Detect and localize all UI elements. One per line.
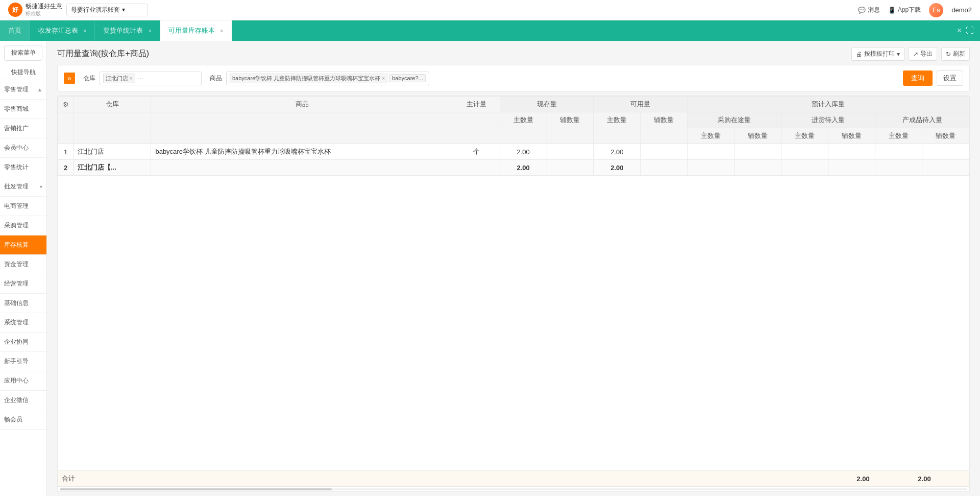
sidebar-item-vip[interactable]: 畅会员 [0,410,46,430]
sidebar-item-marketing-label: 营销推广 [4,124,29,133]
sidebar-item-purchase[interactable]: 采购管理 [0,216,46,235]
refresh-button[interactable]: ↻ 刷新 [941,47,970,61]
product-tags[interactable]: babycare学饮杯 儿童防摔防撞吸管杯重力球吸嘴杯宝宝水杯 × babyca… [226,72,429,85]
sidebar-item-system[interactable]: 系统管理 [0,313,46,333]
app-download-button[interactable]: 📱 App下载 [888,6,921,14]
product-filter: 商品 babycare学饮杯 儿童防摔防撞吸管杯重力球吸嘴杯宝宝水杯 × bab… [210,72,429,85]
more-icon: ··· [137,74,143,82]
sidebar-item-basic-info-label: 基础信息 [4,299,29,308]
sidebar-item-quick-nav[interactable]: 快捷导航 [0,65,46,80]
row1-avail-aux [641,144,688,160]
top-bar-left: 好 畅捷通好生意 标准版 母婴行业演示账套 ▾ [8,3,148,17]
expand-filter-button[interactable]: » [64,73,75,84]
sidebar-item-finance[interactable]: 资金管理 [0,255,46,274]
table-row: 1 江北门店 babycare学饮杯 儿童防摔防撞吸管杯重力球吸嘴杯宝宝水杯 个… [58,144,969,160]
col-warehouse-sub [74,112,151,128]
row2-stock-main: 2.00 [500,160,547,176]
row2-unit [453,160,500,176]
tab-inventory[interactable]: 可用量库存账本 × [160,20,232,41]
tab-inventory-close[interactable]: × [220,28,223,34]
sidebar-item-retail-mall[interactable]: 零售商城 [0,100,46,119]
tab-receipts[interactable]: 收发存汇总表 × [30,20,95,41]
tab-home[interactable]: 首页 [0,20,30,41]
col-product-header: 商品 [151,97,453,112]
sidebar-item-enterprise[interactable]: 企业协同 [0,333,46,352]
sidebar-item-app-center[interactable]: 应用中心 [0,371,46,391]
print-button[interactable]: 🖨 按模板打印 ▾ [851,47,904,61]
row1-product: babycare学饮杯 儿童防摔防撞吸管杯重力球吸嘴杯宝宝水杯 [151,144,453,160]
footer-label: 合计 [62,474,75,483]
product-tag-1-close[interactable]: × [382,76,385,81]
sidebar-item-marketing[interactable]: 营销推广 [0,119,46,138]
scrollbar-track [60,488,967,490]
page-title: 可用量查询(按仓库+商品) [57,49,149,59]
search-menu-button[interactable]: 搜索菜单 [4,45,42,61]
scrollbar-thumb[interactable] [60,488,332,490]
logo-text: 畅捷通好生意 [26,3,62,10]
tab-receipts-close[interactable]: × [83,28,86,34]
tab-receipts-label: 收发存汇总表 [38,26,78,35]
export-button[interactable]: ↗ 导出 [909,47,937,61]
col-inbound-pending-sub: 进货待入量 [781,112,875,128]
scrollbar-area[interactable] [57,487,970,492]
sidebar-item-member[interactable]: 会员中心 [0,138,46,158]
refresh-icon: ↻ [946,51,951,58]
footer-total-avail-main: 2.00 [884,475,965,483]
sidebar-item-inventory-check[interactable]: 库存核算 [0,235,46,255]
sidebar-item-operations[interactable]: 经营管理 [0,274,46,294]
row1-fin-main [875,144,922,160]
sidebar-item-wechat-label: 企业微信 [4,396,29,405]
sidebar-item-retail-mall-label: 零售商城 [4,105,29,113]
sidebar-item-basic-info[interactable]: 基础信息 [0,294,46,313]
close-window-icon[interactable]: × [957,26,962,35]
table-footer: 合计 2.00 2.00 [57,471,970,487]
col-fin-aux-sub2: 辅数量 [922,128,969,144]
warehouse-tags[interactable]: 江北门店 × ··· [100,72,202,85]
sidebar-item-wholesale[interactable]: 批发管理 ▾ [0,177,46,197]
sidebar-item-operations-label: 经营管理 [4,279,29,288]
col-avail-main-sub: 主数量 [594,112,641,128]
top-bar-right: 💬 消息 📱 App下载 Ea demo2 [858,3,972,17]
store-selector[interactable]: 母婴行业演示账套 ▾ [66,4,148,16]
row1-stock-main: 2.00 [500,144,547,160]
sidebar-item-ecommerce[interactable]: 电商管理 [0,197,46,216]
filter-actions: 查询 设置 [903,70,963,86]
sidebar-item-wechat[interactable]: 企业微信 [0,391,46,410]
setting-button[interactable]: 设置 [937,70,963,86]
col-current-stock-header: 现存量 [500,97,594,112]
sidebar-search-area: 搜索菜单 [0,41,46,65]
maximize-window-icon[interactable]: ⛶ [966,26,974,35]
page-header: 可用量查询(按仓库+商品) 🖨 按模板打印 ▾ ↗ 导出 ↻ 刷新 [47,41,980,65]
col-am-sub2 [594,128,641,144]
print-icon: 🖨 [856,51,862,58]
tab-home-label: 首页 [8,26,21,35]
avatar[interactable]: Ea [929,3,943,17]
sidebar-item-system-label: 系统管理 [4,318,29,327]
message-icon: 💬 [858,7,866,14]
inventory-table: ⚙ 仓库 商品 主计量 现存量 可用量 预计入库量 主数量 [57,96,970,471]
warehouse-tag-text: 江北门店 [106,75,128,82]
warehouse-filter: 仓库 江北门店 × ··· [83,72,202,85]
sidebar-item-retail-mgmt[interactable]: 零售管理 ▲ [0,80,46,100]
chevron-down-icon: ▾ [40,184,42,190]
row1-pur-aux [734,144,781,160]
sidebar-item-wholesale-label: 批发管理 [4,182,29,191]
col-gear-header: ⚙ [58,97,74,112]
query-button[interactable]: 查询 [903,70,933,86]
warehouse-tag-close[interactable]: × [130,76,133,81]
tab-orders[interactable]: 要货单统计表 × [95,20,160,41]
sidebar-item-newbie-label: 新手引导 [4,357,29,366]
row1-seq: 1 [58,144,74,160]
sidebar-item-retail-stats[interactable]: 零售统计 [0,158,46,177]
logo-icon: 好 [8,3,22,17]
sidebar-item-finance-label: 资金管理 [4,260,29,269]
message-button[interactable]: 💬 消息 [858,6,880,14]
col-pur-aux-sub2: 辅数量 [734,128,781,144]
tab-orders-close[interactable]: × [148,28,151,34]
tab-inventory-label: 可用量库存账本 [168,26,215,35]
logo-area: 好 畅捷通好生意 标准版 [8,3,62,17]
sidebar-item-newbie[interactable]: 新手引导 [0,352,46,371]
user-name: demo2 [951,6,972,14]
export-icon: ↗ [913,51,918,58]
table-row-subtotal: 2 江北门店【... 2.00 2.00 [58,160,969,176]
